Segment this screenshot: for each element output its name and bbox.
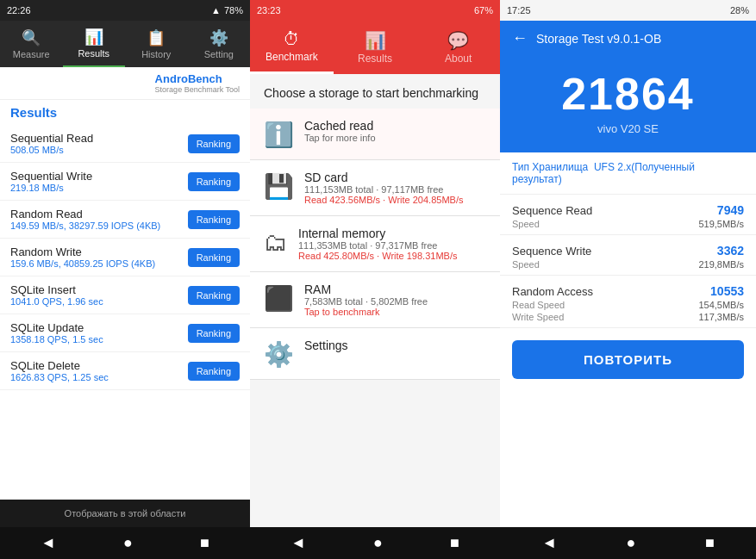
storage-info: Cached read Tap for more info	[304, 119, 376, 143]
sub-label: Speed	[512, 219, 540, 229]
battery-2: 67%	[474, 5, 493, 16]
storage-info: Settings	[304, 339, 348, 352]
ranking-button[interactable]: Ranking	[188, 362, 240, 381]
setting-icon: ⚙️	[209, 28, 228, 47]
status-icons-1: ▲ 78%	[211, 5, 243, 16]
p3-score: 21864	[514, 70, 742, 119]
bench-info: SQLite Update 1358.18 QPS, 1.5 sec	[10, 321, 103, 345]
tab-about[interactable]: 💬 About	[416, 21, 500, 74]
p3-storage-type: Тип Хранилища UFS 2.x(Полученный результ…	[500, 152, 756, 195]
storage-list: ℹ️ Cached read Tap for more info 💾 SD ca…	[250, 109, 500, 527]
bench-row[interactable]: SQLite Update 1358.18 QPS, 1.5 sec Ranki…	[0, 314, 250, 352]
repeat-button[interactable]: ПОВТОРИТЬ	[512, 340, 744, 379]
andro-sub: Storage Benchmark Tool	[155, 85, 240, 94]
tab-about-label: About	[445, 53, 472, 65]
status-bar-3: 17:25 28%	[500, 0, 756, 21]
bottom-banner: Отображать в этой области	[0, 500, 250, 527]
metric-sub: Read Speed 154,5MB/s	[512, 300, 744, 310]
bench-row[interactable]: SQLite Delete 1626.83 QPS, 1.25 sec Rank…	[0, 352, 250, 390]
tab-measure[interactable]: 🔍 Measure	[0, 21, 63, 67]
back-btn-3[interactable]: ←	[512, 29, 528, 47]
ranking-button[interactable]: Ranking	[188, 134, 240, 153]
storage-item-ram[interactable]: ⬛ RAM 7,583MB total · 5,802MB free Tap t…	[250, 272, 500, 328]
tab-setting[interactable]: ⚙️ Setting	[188, 21, 251, 67]
back-btn-2[interactable]: ◄	[291, 534, 306, 552]
home-btn-2[interactable]: ●	[373, 534, 383, 552]
results-icon: 📊	[84, 28, 103, 47]
storage-item-sdcard[interactable]: 💾 SD card 111,153MB total · 97,117MB fre…	[250, 160, 500, 216]
storage-item-internal[interactable]: 🗂 Internal memory 111,353MB total · 97,3…	[250, 216, 500, 272]
ranking-button[interactable]: Ranking	[188, 248, 240, 267]
back-btn-1[interactable]: ◄	[41, 534, 56, 552]
back-btn-3b[interactable]: ◄	[541, 534, 557, 552]
bench-row[interactable]: SQLite Insert 1041.0 QPS, 1.96 sec Ranki…	[0, 276, 250, 314]
bench-row[interactable]: Random Write 159.6 MB/s, 40859.25 IOPS (…	[0, 239, 250, 276]
bench-value: 219.18 MB/s	[10, 183, 92, 193]
metric-score: 7949	[717, 203, 744, 217]
sub-value: 219,8MB/s	[698, 259, 744, 270]
p3-body: Тип Хранилища UFS 2.x(Полученный результ…	[500, 152, 756, 527]
recents-btn-3[interactable]: ■	[705, 534, 715, 552]
battery-1: 78%	[224, 5, 243, 16]
storage-item-cached[interactable]: ℹ️ Cached read Tap for more info	[250, 109, 500, 160]
storage-name: Internal memory	[298, 227, 457, 240]
home-btn-3[interactable]: ●	[627, 534, 636, 552]
recents-btn-2[interactable]: ■	[450, 534, 459, 552]
metric-row: Random Access 10553	[512, 284, 744, 298]
storage-info: Internal memory 111,353MB total · 97,317…	[298, 227, 457, 261]
storage-name: RAM	[304, 283, 428, 296]
panel-storage-chooser: 23:23 67% ⏱ Benchmark 📊 Results 💬 About …	[250, 0, 500, 559]
sub-value: 117,3MB/s	[698, 312, 744, 322]
storage-detail: Tap for more info	[304, 133, 376, 143]
ranking-button[interactable]: Ranking	[188, 172, 240, 191]
bench-value: 1358.18 QPS, 1.5 sec	[10, 334, 103, 345]
storage-icon-cached: ℹ️	[264, 121, 294, 149]
home-btn-1[interactable]: ●	[123, 534, 133, 552]
recents-btn-1[interactable]: ■	[200, 534, 209, 552]
panel-androbench: 22:26 ▲ 78% 🔍 Measure 📊 Results 📋 Histor…	[0, 0, 250, 559]
status-icons-3: 28%	[730, 5, 749, 16]
storage-item-settings[interactable]: ⚙️ Settings	[250, 328, 500, 380]
metric-name: Sequence Read	[512, 204, 592, 217]
bench-row[interactable]: Sequential Read 508.05 MB/s Ranking	[0, 125, 250, 163]
bench-name: Random Read	[10, 208, 160, 220]
bench-row[interactable]: Random Read 149.59 MB/s, 38297.59 IOPS (…	[0, 201, 250, 239]
metric-sub: Speed 219,8MB/s	[512, 259, 744, 270]
bench-name: SQLite Insert	[10, 283, 103, 296]
ranking-button[interactable]: Ranking	[188, 324, 240, 343]
tab-benchmark[interactable]: ⏱ Benchmark	[250, 21, 334, 74]
storage-detail: 111,353MB total · 97,317MB free	[298, 240, 457, 251]
tab-results[interactable]: 📊 Results	[63, 21, 126, 67]
tab-history[interactable]: 📋 History	[125, 21, 188, 67]
bench-name: Random Write	[10, 245, 155, 258]
p3-device: vivo V20 SE	[514, 122, 742, 135]
tab-results-2[interactable]: 📊 Results	[334, 21, 417, 74]
ranking-button[interactable]: Ranking	[188, 210, 240, 229]
bench-row[interactable]: Sequential Write 219.18 MB/s Ranking	[0, 163, 250, 201]
ranking-button[interactable]: Ranking	[188, 286, 240, 305]
sub-value: 519,5MB/s	[698, 219, 744, 229]
status-time-1: 22:26	[7, 5, 31, 16]
status-bar-2: 23:23 67%	[250, 0, 500, 21]
status-bar-1: 22:26 ▲ 78%	[0, 0, 250, 21]
results-title: Results	[0, 100, 250, 121]
metric-row: Sequence Read 7949	[512, 203, 744, 217]
p3-metrics: Sequence Read 7949 Speed 519,5MB/s Seque…	[500, 195, 756, 328]
tab-results-2-label: Results	[358, 53, 392, 65]
nav-bar-2: ◄ ● ■	[250, 527, 500, 559]
sub-label: Speed	[512, 259, 540, 270]
storage-icon-internal: 🗂	[264, 228, 288, 257]
bench-info: SQLite Insert 1041.0 QPS, 1.96 sec	[10, 283, 103, 307]
nav-bar-1: ◄ ● ■	[0, 527, 250, 559]
bench-info: Random Read 149.59 MB/s, 38297.59 IOPS (…	[10, 208, 160, 231]
storage-icon-sdcard: 💾	[264, 172, 294, 201]
bench-value: 159.6 MB/s, 40859.25 IOPS (4KB)	[10, 258, 155, 269]
storage-tap: Tap to benchmark	[304, 307, 428, 317]
bench-info: SQLite Delete 1626.83 QPS, 1.25 sec	[10, 359, 109, 382]
status-time-3: 17:25	[507, 5, 531, 16]
storage-name: Cached read	[304, 119, 376, 133]
nav-tabs-1: 🔍 Measure 📊 Results 📋 History ⚙️ Setting	[0, 21, 250, 67]
sub-label: Read Speed	[512, 300, 565, 310]
storage-type-label: Тип Хранилища	[512, 161, 588, 173]
metric-sequence-read: Sequence Read 7949 Speed 519,5MB/s	[500, 195, 756, 235]
